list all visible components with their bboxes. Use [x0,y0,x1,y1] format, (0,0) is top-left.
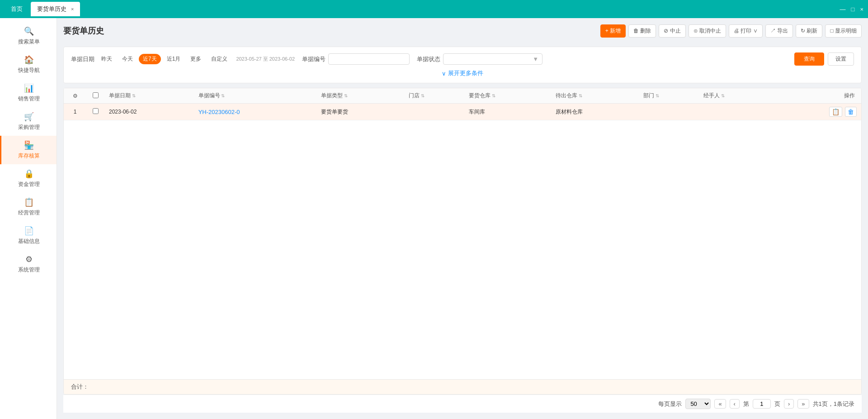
col-operation: 操作 [772,88,861,104]
filter-status-label: 单据状态 [417,55,440,63]
col-store[interactable]: 门店 [404,88,464,104]
filter-area: 单据日期 昨天 今天 近7天 近1月 更多 自定义 2023-05-27 至 2… [63,47,862,83]
col-pending-warehouse[interactable]: 待出仓库 [551,88,639,104]
tab-home[interactable]: 首页 [5,2,29,16]
filter-status: 单据状态 ▼ [417,53,542,65]
page-size-label: 每页显示 [658,400,682,408]
date-btn-custom[interactable]: 自定义 [207,54,231,64]
inventory-accounting-icon: 🏪 [24,140,34,150]
row-pending-warehouse: 原材料仓库 [551,104,639,120]
date-btn-yesterday[interactable]: 昨天 [97,54,116,64]
chevron-down-icon: ∨ [442,70,446,77]
top-bar: 首页 要货单历史 × — □ × [0,0,868,18]
settings-button[interactable]: 设置 [828,52,854,66]
prev-page-button[interactable]: ‹ [730,399,740,409]
sidebar: 🔍 搜索菜单 🏠 快捷导航 📊 销售管理 🛒 采购管理 🏪 库存核算 🔒 资金管… [0,18,57,419]
cancel-stop-button[interactable]: ⊙ 取消中止 [689,24,726,38]
col-department[interactable]: 部门 [639,88,699,104]
page-unit: 页 [774,400,780,408]
sidebar-item-label: 搜索菜单 [18,38,40,46]
close-tab-icon[interactable]: × [71,6,74,12]
filter-date-buttons: 昨天 今天 近7天 近1月 更多 自定义 [97,54,231,64]
query-button[interactable]: 查询 [794,52,824,66]
row-doc-type: 要货单要货 [316,104,404,120]
page-number-input[interactable] [753,399,771,409]
pagination-bar: 每页显示 50 100 200 « ‹ 第 页 › » 共1页，1条记录 [63,395,862,413]
date-range-text: 2023-05-27 至 2023-06-02 [236,56,295,62]
date-btn-today[interactable]: 今天 [118,54,137,64]
new-button[interactable]: + 新增 [600,24,626,38]
window-minimize-icon[interactable]: — [840,6,846,13]
row-department [639,104,699,120]
purchase-mgmt-icon: 🛒 [24,112,34,122]
col-date[interactable]: 单据日期 [104,88,194,104]
date-btn-more[interactable]: 更多 [186,54,205,64]
col-settings[interactable]: ⚙ [64,88,86,104]
tab-requisition-history[interactable]: 要货单历史 × [31,2,80,16]
row-index: 1 [64,104,86,120]
col-doc-type[interactable]: 单据类型 [316,88,404,104]
sidebar-item-label: 销售管理 [18,95,40,103]
row-store [404,104,464,120]
delete-button[interactable]: 🗑 删除 [628,24,656,38]
col-doc-no[interactable]: 单据编号 [194,88,316,104]
filter-date: 单据日期 昨天 今天 近7天 近1月 更多 自定义 2023-05-27 至 2… [71,54,295,64]
status-select[interactable]: ▼ [443,53,542,65]
row-date: 2023-06-02 [104,104,194,120]
sidebar-item-label: 采购管理 [18,124,40,131]
data-table: ⚙ 单据日期 单据编号 单据类型 门店 要货仓库 待出仓库 部门 经手人 操作 [64,88,861,120]
total-bar: 合计： [64,379,861,394]
sidebar-item-label: 系统管理 [18,266,40,274]
sidebar-item-label: 库存核算 [18,152,40,160]
sidebar-item-quick-nav[interactable]: 🏠 快捷导航 [0,50,57,79]
row-delete-icon[interactable]: 🗑 [845,107,857,117]
sidebar-item-label: 快捷导航 [18,67,40,74]
page-size-select[interactable]: 50 100 200 [685,399,711,409]
filter-row: 单据日期 昨天 今天 近7天 近1月 更多 自定义 2023-05-27 至 2… [71,52,854,66]
filter-actions: 查询 设置 [794,52,854,66]
refresh-button[interactable]: ↻ 刷新 [796,24,822,38]
sidebar-item-operation-mgmt[interactable]: 📋 经营管理 [0,193,57,221]
print-button[interactable]: 🖨 打印 ∨ [729,24,763,38]
content-area: 要货单历史 + 新增 🗑 删除 ⊘ 中止 ⊙ 取消中止 🖨 打印 ∨ ↗ 导出 … [57,18,868,419]
next-page-button[interactable]: › [784,399,794,409]
sidebar-item-search-menu[interactable]: 🔍 搜索菜单 [0,22,57,50]
top-bar-right: — □ × [840,6,863,13]
window-close-icon[interactable]: × [860,6,863,13]
quick-nav-icon: 🏠 [24,55,34,65]
row-doc-no[interactable]: YH-20230602-0 [194,104,316,120]
basic-info-icon: 📄 [24,226,34,236]
sidebar-item-label: 基础信息 [18,238,40,245]
next-group-button[interactable]: » [797,399,809,409]
sidebar-item-label: 资金管理 [18,181,40,188]
sidebar-item-basic-info[interactable]: 📄 基础信息 [0,221,57,250]
page-title: 要货单历史 [63,25,104,36]
display-detail-button[interactable]: □ 显示明细 [825,24,862,38]
toolbar: + 新增 🗑 删除 ⊘ 中止 ⊙ 取消中止 🖨 打印 ∨ ↗ 导出 ↻ 刷新 □… [600,24,862,38]
sidebar-item-sales-mgmt[interactable]: 📊 销售管理 [0,79,57,107]
doc-number-input[interactable] [328,53,410,65]
prev-group-button[interactable]: « [714,399,726,409]
sidebar-item-inventory-accounting[interactable]: 🏪 库存核算 [0,136,57,164]
col-handler[interactable]: 经手人 [699,88,772,104]
row-handler [699,104,772,120]
row-edit-icon[interactable]: 📋 [829,107,842,117]
row-checkbox[interactable] [86,104,104,120]
export-button[interactable]: ↗ 导出 [765,24,793,38]
col-req-warehouse[interactable]: 要货仓库 [464,88,551,104]
operation-mgmt-icon: 📋 [24,197,34,207]
window-maximize-icon[interactable]: □ [851,6,855,13]
date-btn-7days[interactable]: 近7天 [139,54,161,64]
chevron-down-icon: ▼ [533,56,538,62]
search-menu-icon: 🔍 [24,26,34,36]
sidebar-item-purchase-mgmt[interactable]: 🛒 采购管理 [0,107,57,136]
select-all-checkbox[interactable] [93,92,99,98]
table-wrap: ⚙ 单据日期 单据编号 单据类型 门店 要货仓库 待出仓库 部门 经手人 操作 [63,88,862,395]
date-btn-1month[interactable]: 近1月 [163,54,185,64]
sidebar-item-finance-mgmt[interactable]: 🔒 资金管理 [0,164,57,193]
page-label: 第 [743,400,749,408]
stop-button[interactable]: ⊘ 中止 [659,24,685,38]
expand-more-conditions[interactable]: ∨ 展开更多条件 [71,69,854,77]
total-label: 合计： [71,383,89,390]
sidebar-item-system-mgmt[interactable]: ⚙ 系统管理 [0,250,57,278]
